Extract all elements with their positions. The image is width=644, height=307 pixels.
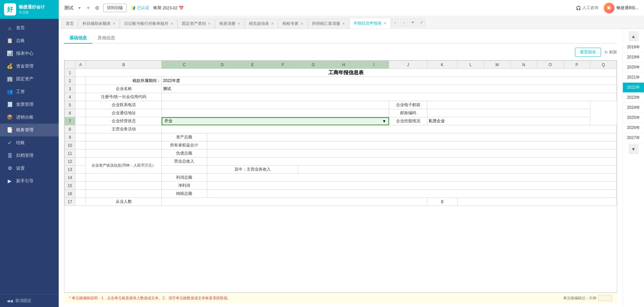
col-header-L[interactable]: L: [458, 61, 484, 69]
tab-close-journal[interactable]: ✕: [170, 22, 173, 26]
col-header-H[interactable]: H: [328, 61, 359, 69]
sidebar-item-funds[interactable]: 💰资金管理: [0, 60, 59, 73]
year-panel-up-button[interactable]: ▲: [629, 32, 638, 41]
tab-tax_check[interactable]: 税检专家✕: [278, 18, 308, 29]
sidebar-item-inventory[interactable]: 📦进销台账: [0, 111, 59, 124]
tab-next-button[interactable]: ›: [400, 18, 408, 27]
cell-17-K[interactable]: 0: [427, 198, 457, 206]
year-item-2025年[interactable]: 2025年: [623, 113, 644, 123]
spreadsheet-wrapper[interactable]: A B C D E F G H I J K L M: [64, 60, 617, 293]
service-button[interactable]: 🎧 人工咨询: [576, 5, 598, 11]
year-item-2022年[interactable]: 2022年: [623, 83, 644, 93]
cell-9-D[interactable]: [207, 133, 616, 141]
sidebar-item-ledger[interactable]: 📋总账: [0, 34, 59, 47]
col-header-O[interactable]: O: [537, 61, 564, 69]
col-header-G[interactable]: G: [298, 61, 328, 69]
col-header-D[interactable]: D: [207, 61, 237, 69]
year-item-2024年[interactable]: 2024年: [623, 103, 644, 113]
cell-14-D[interactable]: [207, 174, 616, 182]
cell-title[interactable]: 工商年报信息表: [75, 69, 616, 77]
cell-11-A: [75, 149, 86, 158]
switch-version-button[interactable]: 切到旧版: [103, 4, 127, 12]
sidebar-item-tax[interactable]: 📑税务管理: [0, 124, 59, 136]
cell-7-K[interactable]: 私营企业: [427, 117, 590, 125]
cell-6-C[interactable]: [162, 109, 389, 117]
tab-tax_wave[interactable]: 税负波动表✕: [245, 18, 278, 29]
tab-basic-info[interactable]: 基础信息: [64, 33, 92, 44]
col-header-M[interactable]: M: [484, 61, 511, 69]
cell-11-D[interactable]: [207, 149, 616, 158]
year-item-2019年[interactable]: 2019年: [623, 52, 644, 62]
user-menu[interactable]: 畅 畅捷通B组...: [604, 3, 639, 13]
sidebar-item-assets[interactable]: 🏢固定资产: [0, 73, 59, 85]
col-header-P[interactable]: P: [564, 61, 590, 69]
sidebar-item-invoice[interactable]: 🧾发票管理: [0, 98, 59, 111]
tab-aux[interactable]: 科目辅助余额表✕: [78, 18, 120, 29]
cell-2-C[interactable]: 2022年度: [162, 77, 617, 85]
tab-close-tax_wave[interactable]: ✕: [271, 22, 274, 26]
tab-close-asset[interactable]: ✕: [208, 22, 211, 26]
sidebar-item-checkout[interactable]: ✓结账: [0, 136, 59, 149]
cell-8-C[interactable]: [162, 125, 617, 133]
tab-annual[interactable]: 年报信息申报表✕: [349, 18, 391, 29]
col-header-I[interactable]: I: [359, 61, 389, 69]
col-header-Q[interactable]: Q: [590, 61, 616, 69]
tab-close-income_tax[interactable]: ✕: [342, 22, 345, 26]
sidebar-item-home[interactable]: ⌂首页: [0, 21, 59, 34]
topbar-settings-icon[interactable]: ⚙: [95, 5, 99, 11]
year-panel-down-button[interactable]: ▼: [629, 144, 638, 154]
table-row: 5 企业联系电话 企业电子邮箱: [65, 101, 617, 109]
col-header-N[interactable]: N: [511, 61, 537, 69]
col-header-C[interactable]: C: [162, 61, 207, 69]
sidebar-item-archive[interactable]: 🗄归档管理: [0, 149, 59, 162]
tab-other-info[interactable]: 其他信息: [92, 33, 120, 44]
tab-close-tax_return[interactable]: ✕: [237, 22, 240, 26]
cell-16-D[interactable]: [207, 190, 616, 198]
cell-7-C[interactable]: 开业 ▼: [162, 117, 389, 125]
year-item-2018年[interactable]: 2018年: [623, 42, 644, 52]
unpin-button[interactable]: ◀◀ 取消固定: [0, 294, 59, 307]
year-item-2026年[interactable]: 2026年: [623, 123, 644, 133]
tab-prev-button[interactable]: ‹: [391, 18, 399, 27]
tab-income_tax[interactable]: 所得税汇算清缴✕: [308, 18, 349, 29]
col-header-A[interactable]: A: [75, 61, 86, 69]
col-header-B[interactable]: B: [86, 61, 162, 69]
sidebar-item-guide[interactable]: ▶新手引导: [0, 175, 59, 187]
calendar-icon[interactable]: 📅: [179, 6, 184, 10]
cell-13-G[interactable]: [298, 166, 617, 174]
reset-button[interactable]: 重置报表: [575, 48, 601, 57]
col-header-J[interactable]: J: [389, 61, 427, 69]
topbar-dropdown-icon[interactable]: ▼: [77, 6, 82, 10]
cell-10-D[interactable]: [207, 141, 616, 149]
sidebar-item-payroll[interactable]: 👥工资: [0, 85, 59, 98]
tab-asset[interactable]: 固定资产类别✕: [177, 18, 215, 29]
cell-6-K[interactable]: [427, 109, 590, 117]
tab-journal[interactable]: 日记账与银行对账单核对✕: [120, 18, 177, 29]
cell-5-K[interactable]: [427, 101, 590, 109]
tab-close-aux[interactable]: ✕: [113, 22, 115, 26]
topbar-add-button[interactable]: ＋: [86, 4, 91, 11]
cell-15-D[interactable]: [207, 182, 616, 190]
sidebar-item-settings[interactable]: ⚙设置: [0, 162, 59, 175]
cell-4-C[interactable]: [162, 93, 617, 101]
tab-tax_return[interactable]: 税表清册✕: [215, 18, 245, 29]
cell-5-C[interactable]: [162, 101, 389, 109]
cell-17-C[interactable]: [162, 198, 427, 206]
cell-3-C[interactable]: 测试: [162, 85, 617, 93]
year-item-2027年[interactable]: 2027年: [623, 133, 644, 143]
col-header-K[interactable]: K: [427, 61, 457, 69]
refresh-button[interactable]: ↻ 刷新: [604, 49, 617, 55]
year-item-2020年[interactable]: 2020年: [623, 62, 644, 73]
tab-close-tax_check[interactable]: ✕: [301, 22, 303, 26]
tab-close-all-button[interactable]: ✕: [409, 18, 416, 27]
cell-17-L[interactable]: [458, 198, 617, 206]
year-item-2021年[interactable]: 2021年: [623, 73, 644, 83]
col-header-F[interactable]: F: [268, 61, 298, 69]
sidebar-item-reports[interactable]: 📊报表中心: [0, 47, 59, 60]
year-item-2023年[interactable]: 2023年: [623, 93, 644, 103]
col-header-E[interactable]: E: [237, 61, 268, 69]
cell-12-D[interactable]: [207, 158, 616, 166]
tab-home[interactable]: 首页: [61, 18, 78, 29]
tab-close-annual[interactable]: ✕: [384, 21, 386, 25]
tab-expand-button[interactable]: ⤢: [418, 18, 425, 27]
